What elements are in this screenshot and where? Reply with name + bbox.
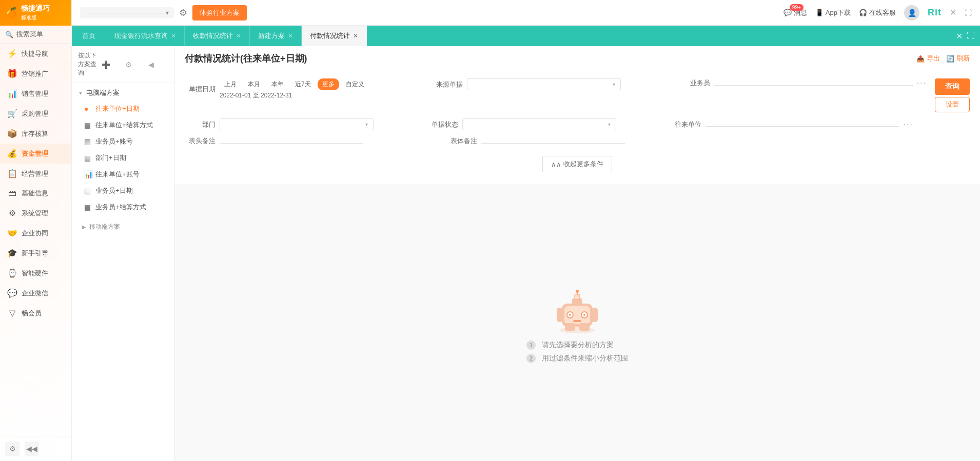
export-label: 导出 xyxy=(927,54,940,63)
header-note-label: 表头备注 xyxy=(185,136,215,146)
left-panel-title: 按以下方案查询 xyxy=(78,51,97,77)
scheme-dept-date[interactable]: ▦ 部门+日期 xyxy=(72,150,174,166)
scheme-client-account[interactable]: 📊 往来单位+账号 xyxy=(72,166,174,183)
pc-scheme-section: ▼ 电脑端方案 ● 往来单位+日期 ▦ 往来单位+结算方式 ▦ 业务员+账号 ▦ xyxy=(72,83,174,217)
scheme-settings-btn[interactable]: ⚙ xyxy=(125,61,145,69)
sidebar-item-wechat[interactable]: 💬 企业微信 xyxy=(0,283,71,303)
tab-new-plan-close[interactable]: ✕ xyxy=(288,32,293,39)
tab-payment-stat-close[interactable]: ✕ xyxy=(353,32,358,39)
last-7-btn[interactable]: 近7天 xyxy=(290,78,316,90)
voucher-status-select[interactable]: ▾ xyxy=(462,118,616,130)
management-icon: 📋 xyxy=(7,169,17,178)
username: Rit xyxy=(928,7,942,18)
sidebar-item-management[interactable]: 📋 经营管理 xyxy=(0,164,71,184)
service-btn[interactable]: 🎧 在线客服 xyxy=(859,8,896,17)
client-filter-label: 往来单位 xyxy=(671,120,701,129)
last-month-btn[interactable]: 上月 xyxy=(220,78,241,90)
window-maximize-icon[interactable]: ⛶ xyxy=(965,9,972,17)
dept-filter-label: 部门 xyxy=(185,120,215,129)
pc-section-arrow: ▼ xyxy=(78,90,83,96)
tab-bank-flow[interactable]: 现金银行流水查询 ✕ xyxy=(106,26,185,46)
body-note-label: 表体备注 xyxy=(446,136,477,146)
sidebar-item-marketing[interactable]: 🎁 营销推广 xyxy=(0,64,71,84)
tab-more-actions[interactable]: ✕ ⛶ xyxy=(951,26,980,46)
source-select[interactable]: ▾ xyxy=(467,78,621,90)
scheme-client-date[interactable]: ● 往来单位+日期 xyxy=(72,101,174,117)
tab-receipt-stat[interactable]: 收款情况统计 ✕ xyxy=(185,26,250,46)
logo-icon: 🍊 xyxy=(5,7,18,19)
trial-btn[interactable]: 体验行业方案 xyxy=(192,5,247,21)
empty-step-1: 1 请先选择要分析的方案 xyxy=(526,340,628,350)
scheme-staff-settle[interactable]: ▦ 业务员+结算方式 xyxy=(72,199,174,215)
sidebar-item-label: 企业微信 xyxy=(22,289,48,298)
tab-bank-flow-label: 现金银行流水查询 xyxy=(114,31,168,41)
tab-receipt-stat-close[interactable]: ✕ xyxy=(236,32,241,39)
empty-step-2: 2 用过滤条件来缩小分析范围 xyxy=(526,354,628,363)
custom-date-btn[interactable]: 自定义 xyxy=(341,78,369,90)
query-btn[interactable]: 查询 xyxy=(935,78,970,95)
client-more-btn[interactable]: ··· xyxy=(904,120,913,129)
scheme-staff-date[interactable]: ▦ 业务员+日期 xyxy=(72,183,174,199)
staff-more-btn[interactable]: ··· xyxy=(917,78,927,88)
body-note-input[interactable] xyxy=(481,139,625,144)
this-year-btn[interactable]: 本年 xyxy=(267,78,288,90)
app-download-btn[interactable]: 📱 App下载 xyxy=(815,8,851,17)
dept-arrow-icon: ▾ xyxy=(365,122,368,127)
tab-new-plan-label: 新建方案 xyxy=(258,31,285,41)
sidebar-item-cooperation[interactable]: 🤝 企业协同 xyxy=(0,223,71,243)
tab-bank-flow-close[interactable]: ✕ xyxy=(171,32,176,39)
svg-rect-9 xyxy=(575,294,580,299)
panel-collapse-btn[interactable]: ◀ xyxy=(148,61,168,69)
sidebar-item-system[interactable]: ⚙ 系统管理 xyxy=(0,203,71,223)
footer-settings-btn[interactable]: ⚙ xyxy=(5,442,19,456)
settings-btn[interactable]: 设置 xyxy=(935,97,970,112)
tab-home[interactable]: 首页 xyxy=(72,26,106,46)
sidebar-item-inventory[interactable]: 📦 库存核算 xyxy=(0,124,71,144)
address-text: ────────────────── xyxy=(85,9,164,16)
tab-new-plan[interactable]: 新建方案 ✕ xyxy=(250,26,302,46)
message-btn[interactable]: 💬 消息 99+ xyxy=(783,8,807,17)
scheme-icon: ▦ xyxy=(84,154,92,162)
this-month-btn[interactable]: 本月 xyxy=(243,78,265,90)
collapse-filter-btn[interactable]: ∧∧ 收起更多条件 xyxy=(542,156,612,172)
footer-collapse-btn[interactable]: ◀◀ xyxy=(25,442,39,456)
staff-input-area xyxy=(714,81,913,86)
sidebar-item-sales[interactable]: 📊 销售管理 xyxy=(0,84,71,104)
refresh-label: 刷新 xyxy=(956,54,970,63)
tab-payment-stat[interactable]: 付款情况统计 ✕ xyxy=(302,26,367,46)
sidebar-item-purchase[interactable]: 🛒 采购管理 xyxy=(0,104,71,124)
sidebar-item-member[interactable]: ▽ 畅会员 xyxy=(0,303,71,323)
sidebar-item-guide[interactable]: 🎓 新手引导 xyxy=(0,243,71,263)
gear-icon[interactable]: ⚙ xyxy=(179,7,187,18)
svg-rect-13 xyxy=(592,308,598,322)
scheme-label: 业务员+结算方式 xyxy=(95,203,146,212)
hardware-icon: ⌚ xyxy=(7,268,17,278)
search-menu[interactable]: 🔍 搜索菜单 xyxy=(0,26,71,44)
sidebar-item-capital[interactable]: 💰 资金管理 xyxy=(0,144,71,164)
sidebar-item-hardware[interactable]: ⌚ 智能硬件 xyxy=(0,263,71,283)
purchase-icon: 🛒 xyxy=(7,109,17,118)
dept-select[interactable]: ▾ xyxy=(220,118,374,130)
sidebar-item-label: 库存核算 xyxy=(22,129,48,138)
window-close-tab-icon[interactable]: ✕ xyxy=(956,31,963,41)
data-area: 1 请先选择要分析的方案 2 用过滤条件来缩小分析范围 xyxy=(174,185,980,461)
date-buttons: 上月 本月 本年 近7天 更多 自定义 xyxy=(220,78,369,90)
window-expand-icon[interactable]: ⛶ xyxy=(967,31,975,41)
scheme-label: 往来单位+账号 xyxy=(95,170,140,179)
scheme-staff-account[interactable]: ▦ 业务员+账号 xyxy=(72,133,174,150)
content-area: 按以下方案查询 ➕ ⚙ ◀ ▼ 电脑端方案 ● 往来单位+日期 ▦ 往来单位+结… xyxy=(72,46,980,461)
refresh-btn[interactable]: 🔄 刷新 xyxy=(946,54,970,63)
address-bar[interactable]: ────────────────── ▾ xyxy=(80,7,174,18)
add-scheme-btn[interactable]: ➕ xyxy=(102,61,121,69)
mobile-section-header[interactable]: ▶ 移动端方案 xyxy=(72,219,174,234)
export-btn[interactable]: 📤 导出 xyxy=(916,54,940,63)
app-label: App下载 xyxy=(826,8,851,17)
sidebar-item-basic-info[interactable]: 🗃 基础信息 xyxy=(0,184,71,203)
svg-point-0 xyxy=(559,327,595,333)
scheme-client-settle[interactable]: ▦ 往来单位+结算方式 xyxy=(72,117,174,133)
more-dates-btn[interactable]: 更多 xyxy=(318,78,339,90)
header-note-input[interactable] xyxy=(220,139,363,144)
window-close-icon[interactable]: ✕ xyxy=(950,8,956,17)
pc-section-header[interactable]: ▼ 电脑端方案 xyxy=(72,85,174,101)
sidebar-item-quick-nav[interactable]: ⚡ 快捷导航 xyxy=(0,44,71,64)
